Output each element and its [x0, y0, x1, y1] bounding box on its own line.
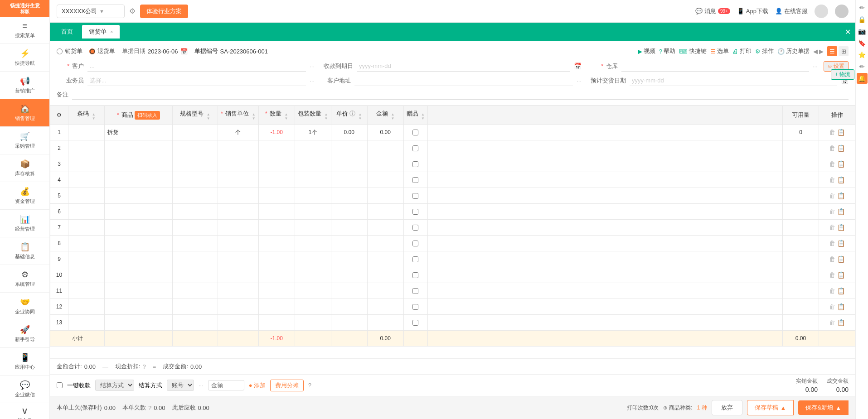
th-settings[interactable]: ⚙ [50, 106, 68, 125]
message-button[interactable]: 💬 消息 99+ [695, 7, 730, 15]
cell-barcode[interactable] [68, 204, 105, 220]
cell-spec[interactable] [173, 283, 218, 299]
due-date-calendar-icon[interactable]: 📅 [574, 63, 582, 70]
remarks-input[interactable] [72, 90, 849, 100]
cell-spec[interactable] [173, 220, 218, 236]
next-icon[interactable]: ▶ [819, 48, 824, 55]
copy-row-icon[interactable]: 📋 [837, 192, 845, 199]
copy-row-icon[interactable]: 📋 [837, 176, 845, 183]
radio-sales[interactable]: 销货单 [57, 47, 82, 55]
cell-spec[interactable] [173, 315, 218, 331]
add-payment-button[interactable]: ● 添加 [249, 381, 266, 390]
cell-gift[interactable] [403, 156, 427, 172]
copy-row-icon[interactable]: 📋 [837, 240, 845, 247]
cell-barcode[interactable] [68, 267, 105, 283]
tab-sales[interactable]: 销货单 × [82, 25, 120, 39]
copy-row-icon[interactable]: 📋 [837, 255, 845, 263]
spec-sort[interactable]: ▲▼ [207, 113, 210, 120]
warehouse-input[interactable]: 建材仓 [621, 61, 809, 72]
cell-spec[interactable] [173, 236, 218, 251]
cell-gift[interactable] [403, 299, 427, 315]
customer-addr-more-icon[interactable]: ··· [577, 77, 582, 84]
copy-row-icon[interactable]: 📋 [837, 271, 845, 279]
sidebar-item-finance[interactable]: 💰 资金管理 [0, 182, 49, 210]
right-panel-edit-icon[interactable]: ✏ [857, 2, 868, 13]
sidebar-item-search-orders[interactable]: ≡ 搜索菜单 [0, 17, 49, 44]
cell-gift[interactable] [403, 188, 427, 204]
payment-account-more[interactable]: ··· [199, 382, 204, 389]
cell-gift[interactable] [403, 267, 427, 283]
date-calendar-icon[interactable]: 📅 [180, 48, 188, 55]
cell-spec[interactable] [173, 188, 218, 204]
prev-icon[interactable]: ◀ [813, 48, 818, 55]
cell-barcode[interactable] [68, 125, 105, 140]
ops-button[interactable]: ⚙ 操作 [755, 47, 774, 55]
user-avatar2[interactable] [835, 5, 849, 18]
customer-input[interactable] [87, 61, 306, 72]
delete-row-icon[interactable]: 🗑 [829, 192, 835, 199]
video-button[interactable]: ▶ 视频 [638, 47, 655, 55]
payment-method-select[interactable]: 结算方式 [95, 380, 134, 391]
app-download-button[interactable]: 📱 App下载 [737, 7, 768, 15]
delete-row-icon[interactable]: 🗑 [829, 208, 835, 215]
sidebar-item-enterprise[interactable]: 🤝 企业协同 [0, 293, 49, 320]
cell-gift[interactable] [403, 172, 427, 188]
sidebar-item-member[interactable]: V 畅会员 [0, 403, 49, 419]
cell-spec[interactable] [173, 125, 218, 140]
cell-barcode[interactable] [68, 188, 105, 204]
cell-gift[interactable] [403, 140, 427, 156]
save-new-button[interactable]: 保存&新增 ▲ [798, 400, 849, 415]
barcode-sort[interactable]: ▲▼ [92, 113, 96, 120]
sidebar-item-purchase-mgmt[interactable]: 🛒 采购管理 [0, 127, 49, 154]
cell-gift[interactable] [403, 125, 427, 140]
cell-barcode[interactable] [68, 315, 105, 331]
payment-account-select[interactable]: 账号 [167, 380, 194, 391]
cell-barcode[interactable] [68, 283, 105, 299]
salesperson-input[interactable] [87, 75, 306, 86]
tab-close-icon[interactable]: × [110, 29, 113, 34]
sidebar-item-base-info[interactable]: 📋 基础信息 [0, 237, 49, 265]
copy-row-icon[interactable]: 📋 [837, 160, 845, 168]
sidebar-item-wechat[interactable]: 💬 企业微信 [0, 376, 49, 403]
sidebar-item-quick-nav[interactable]: ⚡ 快捷导航 [0, 44, 49, 72]
packqty-sort[interactable]: ▲▼ [324, 113, 328, 120]
radio-return[interactable]: 退货单 [89, 47, 115, 55]
logistics-button[interactable]: + 物流 [831, 69, 854, 80]
delete-row-icon[interactable]: 🗑 [829, 271, 835, 279]
tabbar-close-icon[interactable]: ✕ [845, 28, 851, 36]
delete-row-icon[interactable]: 🗑 [829, 255, 835, 263]
cell-barcode[interactable] [68, 236, 105, 251]
sidebar-item-guide[interactable]: 🚀 新手引导 [0, 320, 49, 348]
payment-amount-input[interactable] [208, 380, 244, 390]
copy-row-icon[interactable]: 📋 [837, 287, 845, 294]
list-view-icon[interactable]: ☰ [827, 46, 837, 56]
price-info-icon[interactable]: ⓘ [349, 110, 355, 117]
sidebar-item-inventory[interactable]: 📦 库存核算 [0, 154, 49, 182]
print-button[interactable]: 🖨 打印 [732, 47, 752, 55]
right-panel-tag-icon[interactable]: 🔖 [857, 38, 868, 48]
delete-row-icon[interactable]: 🗑 [829, 287, 835, 294]
cell-barcode[interactable] [68, 140, 105, 156]
choose-button[interactable]: ☰ 选单 [710, 47, 729, 55]
cell-gift[interactable] [403, 204, 427, 220]
right-panel-photo-icon[interactable]: 📷 [857, 26, 868, 37]
cell-gift[interactable] [403, 251, 427, 267]
delete-row-icon[interactable]: 🗑 [829, 176, 835, 183]
cell-spec[interactable] [173, 267, 218, 283]
one-key-payment-checkbox[interactable] [57, 382, 63, 388]
cell-gift[interactable] [403, 220, 427, 236]
copy-row-icon[interactable]: 📋 [837, 224, 845, 231]
discount-help-icon[interactable]: ? [143, 363, 146, 370]
delete-row-icon[interactable]: 🗑 [829, 303, 835, 310]
shortcut-button[interactable]: ⌨ 快捷键 [679, 47, 707, 55]
grid-view-icon[interactable]: ⊞ [839, 46, 849, 56]
right-panel-star-icon[interactable]: ⭐ [857, 49, 868, 60]
right-panel-alert-icon[interactable]: 🔔 [857, 73, 868, 84]
delete-row-icon[interactable]: 🗑 [829, 160, 835, 168]
copy-row-icon[interactable]: 📋 [837, 208, 845, 215]
right-panel-lock-icon[interactable]: 🔒 [857, 14, 868, 25]
delete-row-icon[interactable]: 🗑 [829, 319, 835, 326]
help-button[interactable]: ? 帮助 [659, 47, 675, 55]
unit-sort[interactable]: ▲▼ [252, 113, 256, 120]
sidebar-item-app-center[interactable]: 📱 应用中心 [0, 348, 49, 376]
